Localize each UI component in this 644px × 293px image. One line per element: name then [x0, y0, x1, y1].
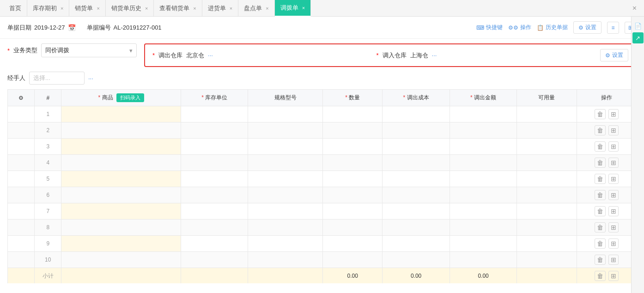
td-available-9[interactable]	[517, 236, 577, 252]
tab-sales-history-close[interactable]: ×	[145, 6, 148, 11]
td-amount-1[interactable]	[450, 106, 516, 122]
td-spec-6[interactable]	[248, 187, 323, 203]
tab-sales-order[interactable]: 销货单 ×	[69, 0, 105, 17]
delete-icon-3[interactable]: 🗑	[595, 141, 606, 152]
td-product-3[interactable]	[61, 139, 181, 155]
td-cost-4[interactable]	[383, 155, 450, 171]
td-available-3[interactable]	[517, 139, 577, 155]
layout-button-1[interactable]: ≡	[607, 22, 619, 34]
td-available-5[interactable]	[517, 171, 577, 187]
tab-sales-history[interactable]: 销货单历史 ×	[106, 0, 154, 17]
td-gear-10[interactable]	[8, 252, 35, 268]
tab-inventory-check[interactable]: 盘点单 ×	[238, 0, 274, 17]
td-qty-11[interactable]: 0.00	[323, 268, 383, 284]
td-available-4[interactable]	[517, 155, 577, 171]
copy-icon-6[interactable]: ⊞	[608, 190, 619, 200]
tab-inventory-init-close[interactable]: ×	[61, 6, 63, 11]
td-cost-8[interactable]	[383, 220, 450, 236]
td-product-1[interactable]	[61, 106, 181, 122]
history-action[interactable]: 📋 历史单据	[537, 24, 568, 31]
td-qty-5[interactable]	[323, 171, 383, 187]
calendar-icon[interactable]: 📅	[68, 24, 76, 31]
td-cost-6[interactable]	[383, 187, 450, 203]
copy-icon-9[interactable]: ⊞	[608, 238, 619, 249]
copy-icon-4[interactable]: ⊞	[608, 158, 619, 168]
delete-icon-9[interactable]: 🗑	[595, 238, 606, 249]
copy-icon-1[interactable]: ⊞	[608, 109, 619, 119]
tab-view-sales-close[interactable]: ×	[193, 6, 196, 11]
td-amount-2[interactable]	[450, 122, 516, 139]
td-available-1[interactable]	[517, 106, 577, 122]
window-close-button[interactable]: ×	[629, 4, 640, 12]
td-unit-3[interactable]	[181, 139, 248, 155]
delete-icon-11[interactable]: 🗑	[595, 271, 606, 281]
td-gear-7[interactable]	[8, 203, 35, 220]
copy-icon-7[interactable]: ⊞	[608, 206, 619, 216]
td-unit-9[interactable]	[181, 236, 248, 252]
tab-home[interactable]: 首页	[4, 0, 27, 17]
td-product-10[interactable]	[61, 252, 181, 268]
td-unit-6[interactable]	[181, 187, 248, 203]
td-unit-8[interactable]	[181, 220, 248, 236]
shortcut-action[interactable]: ⌨ 快捷键	[476, 24, 503, 31]
copy-icon-10[interactable]: ⊞	[608, 255, 619, 265]
tab-inventory-init[interactable]: 库存期初 ×	[27, 0, 69, 17]
tab-inventory-check-close[interactable]: ×	[266, 6, 268, 11]
td-qty-2[interactable]	[323, 122, 383, 139]
td-cost-9[interactable]	[383, 236, 450, 252]
td-cost-11[interactable]: 0.00	[383, 268, 450, 284]
delete-icon-5[interactable]: 🗑	[595, 174, 606, 184]
delete-icon-1[interactable]: 🗑	[595, 109, 606, 119]
td-product-2[interactable]	[61, 122, 181, 139]
copy-icon-11[interactable]: ⊞	[608, 271, 619, 281]
sidebar-doc-icon[interactable]: 📄	[632, 20, 644, 31]
td-spec-8[interactable]	[248, 220, 323, 236]
copy-icon-2[interactable]: ⊞	[608, 125, 619, 135]
td-cost-5[interactable]	[383, 171, 450, 187]
td-amount-7[interactable]	[450, 203, 516, 220]
tab-purchase-order[interactable]: 进货单 ×	[202, 0, 238, 17]
business-type-select[interactable]: 同价调拨 ▾	[41, 43, 137, 57]
delete-icon-6[interactable]: 🗑	[595, 190, 606, 200]
warehouse-out-more-button[interactable]: ···	[208, 52, 213, 59]
td-cost-2[interactable]	[383, 122, 450, 139]
copy-icon-3[interactable]: ⊞	[608, 141, 619, 152]
td-qty-3[interactable]	[323, 139, 383, 155]
td-amount-11[interactable]: 0.00	[450, 268, 516, 284]
td-spec-5[interactable]	[248, 171, 323, 187]
td-gear-4[interactable]	[8, 155, 35, 171]
td-product-6[interactable]	[61, 187, 181, 203]
td-product-7[interactable]	[61, 203, 181, 220]
td-cost-1[interactable]	[383, 106, 450, 122]
td-spec-9[interactable]	[248, 236, 323, 252]
td-gear-3[interactable]	[8, 139, 35, 155]
td-product-8[interactable]	[61, 220, 181, 236]
td-spec-7[interactable]	[248, 203, 323, 220]
td-spec-1[interactable]	[248, 106, 323, 122]
td-amount-10[interactable]	[450, 252, 516, 268]
td-qty-10[interactable]	[323, 252, 383, 268]
td-available-7[interactable]	[517, 203, 577, 220]
td-gear-6[interactable]	[8, 187, 35, 203]
delete-icon-4[interactable]: 🗑	[595, 158, 606, 168]
td-spec-11[interactable]	[248, 268, 323, 284]
warehouse-in-more-button[interactable]: ···	[432, 52, 437, 59]
td-amount-8[interactable]	[450, 220, 516, 236]
settings-button[interactable]: ⚙ 设置	[573, 21, 601, 34]
td-qty-4[interactable]	[323, 155, 383, 171]
th-gear[interactable]: ⚙	[8, 90, 35, 106]
td-spec-4[interactable]	[248, 155, 323, 171]
td-unit-2[interactable]	[181, 122, 248, 139]
person-select[interactable]: 选择...	[29, 72, 85, 85]
td-gear-8[interactable]	[8, 220, 35, 236]
td-qty-8[interactable]	[323, 220, 383, 236]
td-gear-2[interactable]	[8, 122, 35, 139]
td-qty-1[interactable]	[323, 106, 383, 122]
copy-icon-5[interactable]: ⊞	[608, 174, 619, 184]
td-unit-4[interactable]	[181, 155, 248, 171]
tab-transfer-order-close[interactable]: ×	[302, 5, 305, 11]
delete-icon-7[interactable]: 🗑	[595, 206, 606, 216]
td-unit-11[interactable]	[181, 268, 248, 284]
td-product-4[interactable]	[61, 155, 181, 171]
td-qty-9[interactable]	[323, 236, 383, 252]
